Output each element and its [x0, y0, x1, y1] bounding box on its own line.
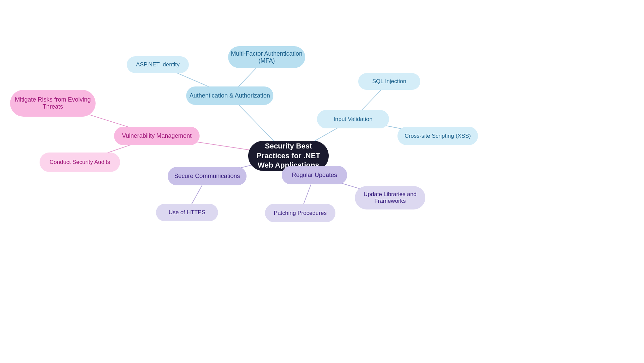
updatelibs-label: Update Libraries and Frameworks	[355, 191, 425, 204]
auth-node: Authentication & Authorization	[186, 86, 273, 105]
xss-label: Cross-site Scripting (XSS)	[405, 133, 471, 139]
regupdates-label: Regular Updates	[292, 172, 337, 179]
https-node: Use of HTTPS	[156, 204, 218, 221]
vulnmgmt-node: Vulnerability Management	[114, 127, 200, 145]
updatelibs-node: Update Libraries and Frameworks	[355, 186, 425, 209]
regupdates-node: Regular Updates	[282, 166, 347, 184]
aspnet-label: ASP.NET Identity	[136, 61, 180, 68]
mfa-node: Multi-Factor Authentication (MFA)	[228, 46, 305, 68]
xss-node: Cross-site Scripting (XSS)	[397, 127, 478, 145]
audit-label: Conduct Security Audits	[50, 159, 110, 166]
inputval-node: Input Validation	[317, 110, 389, 128]
vulnmgmt-label: Vulnerability Management	[122, 132, 192, 139]
patching-node: Patching Procedures	[265, 204, 335, 222]
mfa-label: Multi-Factor Authentication (MFA)	[228, 50, 305, 64]
aspnet-node: ASP.NET Identity	[127, 56, 189, 73]
inputval-label: Input Validation	[334, 116, 373, 123]
seccomm-node: Secure Communications	[168, 167, 247, 185]
patching-label: Patching Procedures	[274, 210, 327, 217]
seccomm-label: Secure Communications	[174, 173, 240, 180]
audit-node: Conduct Security Audits	[40, 153, 120, 172]
https-label: Use of HTTPS	[169, 209, 206, 216]
sqlinj-label: SQL Injection	[372, 78, 406, 85]
mitigate-label: Mitigate Risks from Evolving Threats	[10, 96, 96, 110]
mitigate-node: Mitigate Risks from Evolving Threats	[10, 90, 96, 117]
sqlinj-node: SQL Injection	[358, 73, 420, 90]
auth-label: Authentication & Authorization	[190, 92, 270, 99]
